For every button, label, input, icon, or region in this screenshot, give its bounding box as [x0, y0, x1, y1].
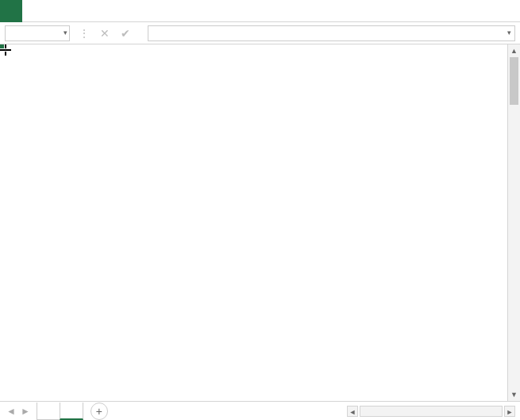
- formula-buttons: ⋮ ✕ ✔: [75, 27, 143, 40]
- tab-formulas[interactable]: [79, 0, 98, 22]
- tab-view[interactable]: [137, 0, 156, 22]
- cross-cursor-icon: [0, 44, 11, 56]
- tab-insert[interactable]: [41, 0, 60, 22]
- tab-page-layout[interactable]: [60, 0, 79, 22]
- dropdown-icon[interactable]: ▾: [64, 29, 67, 37]
- tab-data[interactable]: [98, 0, 117, 22]
- vertical-scrollbar[interactable]: ▲ ▼: [507, 44, 520, 401]
- sheet-tab-bar: ◄ ► + ◄ ►: [0, 401, 520, 420]
- grid-viewport: ▲ ▼: [0, 44, 520, 401]
- scroll-up-icon[interactable]: ▲: [508, 44, 520, 57]
- ribbon-tabs: [0, 0, 520, 22]
- scroll-thumb[interactable]: [510, 57, 518, 105]
- formula-input[interactable]: ▾: [148, 25, 515, 41]
- expand-icon[interactable]: ▾: [507, 29, 511, 37]
- dots-icon: ⋮: [78, 27, 91, 40]
- tab-file[interactable]: [0, 0, 22, 22]
- hscroll-left-icon[interactable]: ◄: [347, 406, 358, 417]
- sheet-tab-sheet1[interactable]: [37, 403, 60, 420]
- hscroll-right-icon[interactable]: ►: [504, 406, 515, 417]
- sheet-next-icon[interactable]: ►: [21, 406, 30, 417]
- cancel-icon[interactable]: ✕: [98, 27, 111, 40]
- horizontal-scrollbar[interactable]: ◄ ►: [108, 406, 520, 417]
- sheet-nav-buttons: ◄ ►: [0, 406, 37, 417]
- formula-bar-row: ▾ ⋮ ✕ ✔ ▾: [0, 22, 520, 44]
- tab-home[interactable]: [22, 0, 41, 22]
- new-sheet-button[interactable]: +: [91, 403, 108, 420]
- cell-selection: [0, 44, 3, 48]
- tab-review[interactable]: [117, 0, 137, 22]
- scroll-down-icon[interactable]: ▼: [508, 388, 520, 401]
- sheet-prev-icon[interactable]: ◄: [6, 406, 16, 417]
- enter-icon[interactable]: ✔: [119, 27, 132, 40]
- sheet-tab-sheet2[interactable]: [60, 403, 83, 420]
- hscroll-track[interactable]: [360, 406, 503, 417]
- name-box[interactable]: ▾: [5, 25, 70, 41]
